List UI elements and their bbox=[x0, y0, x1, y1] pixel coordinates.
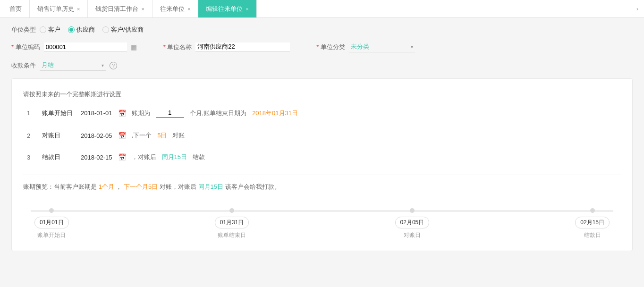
payment-terms-row: 收款条件 月结 ▾ ? bbox=[11, 60, 633, 71]
chevron-down-icon: ▾ bbox=[411, 44, 413, 50]
row-num-1: 1 bbox=[27, 110, 36, 117]
unit-category-value: 未分类 bbox=[351, 42, 411, 51]
radio-group: 客户 供应商 客户/供应商 bbox=[40, 25, 144, 34]
tab-close-sales-history[interactable]: × bbox=[77, 6, 80, 12]
payment-terms-label: 收款条件 bbox=[11, 61, 36, 70]
unit-type-row: 单位类型 客户 供应商 客户/供应商 bbox=[11, 25, 633, 34]
tab-cash-work[interactable]: 钱货日清工作台 × bbox=[88, 0, 152, 17]
unit-type-label: 单位类型 bbox=[11, 25, 36, 34]
unit-code-label: 单位编码 bbox=[11, 43, 40, 51]
tab-partner[interactable]: 往来单位 × bbox=[153, 0, 198, 17]
point-name-3: 对账日 bbox=[404, 231, 421, 239]
timeline-point-4: 02月15日 结款日 bbox=[575, 208, 610, 239]
unit-name-label: 单位名称 bbox=[163, 43, 192, 51]
tab-home[interactable]: 首页 bbox=[2, 0, 30, 17]
preview-same: 同月15日 bbox=[198, 183, 223, 190]
suffix-after-2: 对账 bbox=[172, 131, 185, 140]
point-dot-3 bbox=[410, 208, 415, 213]
preview-end: 该客户会给我打款。 bbox=[225, 183, 280, 190]
setting-row-2: 2 对账日 2018-02-05 📅 ,下一个 5日 对账 bbox=[23, 131, 621, 140]
setting-row-1: 1 账单开始日 2018-01-01 📅 账期为 个月,账单结束日期为 2018… bbox=[23, 108, 621, 118]
date-value-2: 2018-02-05 bbox=[81, 132, 112, 139]
point-label-4: 02月15日 bbox=[575, 217, 610, 228]
point-name-4: 结款日 bbox=[584, 231, 601, 239]
main-content: 单位类型 客户 供应商 客户/供应商 单位编码 ▦ bbox=[0, 18, 644, 259]
end-date-1: 2018年01月31日 bbox=[252, 109, 298, 118]
tab-more-arrow[interactable]: › bbox=[633, 0, 642, 17]
preview-1m: 1个月 bbox=[99, 183, 114, 190]
tab-close-edit-partner[interactable]: × bbox=[246, 6, 248, 12]
tab-close-cash-work[interactable]: × bbox=[141, 6, 144, 12]
point-label-1: 01月01日 bbox=[34, 217, 69, 228]
suffix-before-3: ，对账后 bbox=[132, 153, 156, 161]
calendar-icon-2[interactable]: 📅 bbox=[118, 132, 126, 139]
settings-card: 请按照未来的一个完整帐期进行设置 1 账单开始日 2018-01-01 📅 账期… bbox=[11, 78, 633, 251]
row-num-3: 3 bbox=[27, 154, 36, 161]
radio-circle-customer bbox=[40, 26, 46, 33]
suffix-before-2: ,下一个 bbox=[132, 131, 152, 140]
payment-terms-value: 月结 bbox=[42, 61, 102, 69]
calendar-icon-3[interactable]: 📅 bbox=[118, 153, 126, 161]
unit-type-group: 单位类型 客户 供应商 客户/供应商 bbox=[11, 25, 144, 34]
timeline-wrapper: 01月01日 账单开始日 01月31日 账单结束日 02月05日 对账日 bbox=[23, 208, 621, 239]
preview-mid: ， bbox=[116, 183, 122, 190]
timeline-section: 01月01日 账单开始日 01月31日 账单结束日 02月05日 对账日 bbox=[23, 199, 621, 239]
radio-label-customer: 客户 bbox=[48, 25, 60, 34]
timeline-point-1: 01月01日 账单开始日 bbox=[34, 208, 69, 239]
radio-circle-supplier bbox=[68, 26, 75, 33]
point-name-1: 账单开始日 bbox=[37, 231, 66, 239]
preview-after: 对账，对账后 bbox=[160, 183, 196, 190]
row-label-1: 账单开始日 bbox=[42, 109, 75, 118]
highlight-3: 同月15日 bbox=[162, 153, 187, 161]
point-dot-1 bbox=[49, 208, 54, 213]
point-dot-4 bbox=[590, 208, 595, 213]
unit-category-select[interactable]: 未分类 ▾ bbox=[349, 42, 415, 52]
row-label-2: 对账日 bbox=[42, 131, 75, 140]
preview-section: 账期预览：当前客户账期是 1个月 ， 下一个月5日 对账，对账后 同月15日 该… bbox=[23, 175, 621, 199]
radio-label-supplier: 供应商 bbox=[76, 25, 95, 34]
tab-bar: 首页 销售订单历史 × 钱货日清工作台 × 往来单位 × 编辑往来单位 × › bbox=[0, 0, 644, 18]
card-instruction: 请按照未来的一个完整帐期进行设置 bbox=[23, 90, 621, 99]
unit-name-input[interactable] bbox=[195, 42, 290, 52]
setting-row-3: 3 结款日 2018-02-15 📅 ，对账后 同月15日 结款 bbox=[23, 153, 621, 161]
radio-customer-supplier[interactable]: 客户/供应商 bbox=[102, 25, 144, 34]
payment-terms-group: 收款条件 月结 ▾ ? bbox=[11, 60, 117, 71]
tab-close-partner[interactable]: × bbox=[187, 6, 190, 12]
unit-name-group: 单位名称 bbox=[163, 42, 290, 52]
radio-customer[interactable]: 客户 bbox=[40, 25, 60, 34]
period-input[interactable] bbox=[156, 108, 184, 118]
unit-code-group: 单位编码 ▦ bbox=[11, 42, 137, 52]
help-icon[interactable]: ? bbox=[110, 62, 117, 69]
point-name-2: 账单结束日 bbox=[218, 231, 246, 239]
calendar-icon-code[interactable]: ▦ bbox=[131, 43, 137, 51]
highlight-2: 5日 bbox=[157, 131, 167, 140]
timeline-point-2: 01月31日 账单结束日 bbox=[215, 208, 249, 239]
point-label-2: 01月31日 bbox=[215, 217, 249, 228]
payment-terms-select[interactable]: 月结 ▾ bbox=[40, 60, 106, 71]
row-label-3: 结款日 bbox=[42, 153, 75, 161]
radio-circle-customer-supplier bbox=[102, 26, 109, 33]
unit-category-label: 单位分类 bbox=[316, 43, 345, 51]
preview-prefix: 账期预览：当前客户账期是 bbox=[23, 183, 97, 190]
date-value-1: 2018-01-01 bbox=[81, 110, 112, 117]
row-num-2: 2 bbox=[27, 132, 36, 139]
tab-edit-partner[interactable]: 编辑往来单位 × bbox=[198, 0, 256, 17]
radio-label-customer-supplier: 客户/供应商 bbox=[111, 25, 144, 34]
suffix-after-3: 结款 bbox=[193, 153, 205, 161]
preview-next: 下一个月5日 bbox=[124, 183, 158, 190]
timeline-point-3: 02月05日 对账日 bbox=[395, 208, 430, 239]
suffix-after-1: 个月,账单结束日期为 bbox=[190, 109, 247, 118]
unit-code-input[interactable] bbox=[44, 42, 127, 52]
unit-category-group: 单位分类 未分类 ▾ bbox=[316, 42, 415, 52]
suffix-before-1: 账期为 bbox=[132, 109, 150, 118]
date-value-3: 2018-02-15 bbox=[81, 154, 112, 161]
point-label-3: 02月05日 bbox=[395, 217, 430, 228]
point-dot-2 bbox=[229, 208, 234, 213]
tab-sales-history[interactable]: 销售订单历史 × bbox=[30, 0, 88, 17]
radio-supplier[interactable]: 供应商 bbox=[68, 25, 95, 34]
unit-info-row: 单位编码 ▦ 单位名称 单位分类 未分类 ▾ bbox=[11, 42, 633, 52]
calendar-icon-1[interactable]: 📅 bbox=[118, 110, 126, 117]
payment-terms-chevron-icon: ▾ bbox=[102, 63, 104, 68]
